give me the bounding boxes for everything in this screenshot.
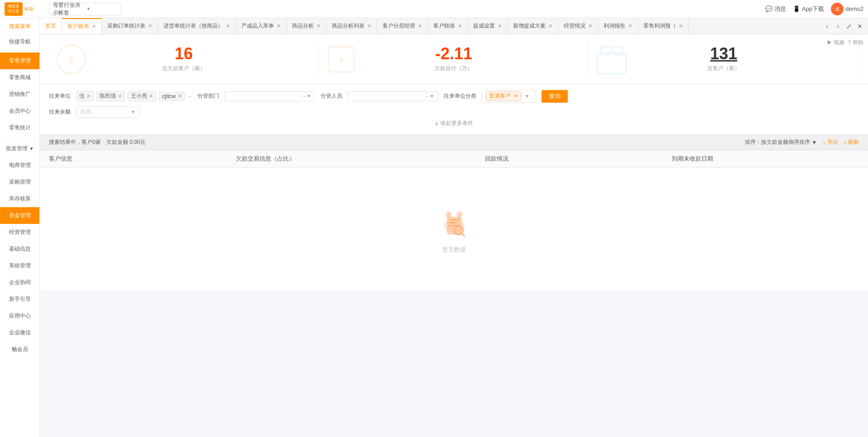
tab-close-ops[interactable]: ✕	[588, 23, 592, 29]
category-tag-close[interactable]: ✕	[513, 93, 518, 99]
sidebar-item-wholesale[interactable]: 批发管理 ▼	[0, 140, 39, 157]
tab-close-purchase-stats[interactable]: ✕	[148, 23, 152, 29]
tab-goods-analysis-list[interactable]: 商品分析列表 ✕	[326, 18, 377, 34]
user-avatar: d	[831, 3, 844, 15]
collapse-filters-button[interactable]: ∧ 收起更多条件	[49, 118, 859, 129]
sidebar-item-guide[interactable]: 新手引导	[0, 291, 39, 308]
unit-tag-more[interactable]: ···	[187, 93, 192, 100]
tab-new-commission[interactable]: 新增提成方案 ✕	[508, 18, 558, 34]
tab-close-profit[interactable]: ✕	[628, 23, 632, 29]
tab-profit-report[interactable]: 利润报告 ✕	[598, 18, 638, 34]
tab-close-customer-ledger[interactable]: ✕	[92, 24, 96, 29]
tab-close-goods-inbound[interactable]: ✕	[226, 23, 230, 29]
table-header: 客户信息 欠款交易信息（占比） 回款情况 到期未收款日期	[40, 150, 868, 168]
sidebar-item-member[interactable]: 畅会员	[0, 341, 39, 358]
sidebar-search[interactable]: 搜索菜单	[0, 18, 39, 35]
unit-tag-wu-close[interactable]: ✕	[86, 93, 91, 99]
sidebar-item-retail-stats[interactable]: 零售统计	[0, 119, 39, 136]
sort-selector[interactable]: 排序：按欠款金额倒序排序 ▼	[745, 138, 817, 146]
sidebar-item-membership[interactable]: 会员中心	[0, 103, 39, 119]
tab-retail-profit[interactable]: 零售利润预（ ✕	[638, 18, 689, 34]
tab-close-commission[interactable]: ✕	[498, 23, 502, 29]
tab-expand-button[interactable]: ⤢	[844, 22, 854, 31]
tab-close-all-button[interactable]: ✕	[855, 22, 864, 31]
workspace-name: 母婴行业演示帐套	[53, 1, 84, 17]
svg-line-13	[461, 233, 464, 236]
collapse-icon: ∧	[435, 120, 439, 127]
sidebar-item-app-center[interactable]: 应用中心	[0, 308, 39, 324]
tab-close-new-commission[interactable]: ✕	[548, 23, 552, 29]
person-more-icon: ···	[425, 93, 430, 100]
message-button[interactable]: 💬 消息	[765, 5, 786, 13]
unit-tag-wu: 伍 ✕	[76, 91, 94, 101]
tab-close-contact[interactable]: ✕	[458, 23, 462, 29]
app-download-button[interactable]: 📱 App下载	[793, 5, 824, 13]
col-header-debt: 欠款交易信息（占比）	[236, 155, 485, 163]
unit-tag-cjttcw-close[interactable]: ✕	[177, 93, 182, 99]
sidebar-item-retail-mall[interactable]: 零售商城	[0, 69, 39, 86]
tab-close-goods-list[interactable]: ✕	[367, 23, 371, 29]
tab-close-retail-profit[interactable]: ✕	[679, 23, 683, 29]
video-help-button[interactable]: ▶ 视频	[827, 39, 844, 47]
workspace-chevron-icon: ▼	[86, 6, 118, 11]
tab-goods-inbound[interactable]: 进货单统计表（按商品） ✕	[158, 18, 236, 34]
dept-selector[interactable]: ··· ▼	[225, 91, 315, 101]
sidebar-item-marketing[interactable]: 营销推广	[0, 86, 39, 103]
tab-production-inbound[interactable]: 产成品入库单 ✕	[236, 18, 287, 34]
results-bar: 搜索结果中，客户0家 欠款金额 0.00元 排序：按欠款金额倒序排序 ▼ ○ 导…	[40, 135, 868, 150]
sidebar-item-operations[interactable]: 经营管理	[0, 224, 39, 241]
stat-label-1: 总欠款客户（家）	[162, 65, 206, 72]
app-logo: 畅捷通好生意	[5, 2, 23, 16]
tab-customer-contact[interactable]: 客户联络 ✕	[428, 18, 468, 34]
filter-area: 往来单位 伍 ✕ 陈民强 ✕ 王小亮	[40, 84, 868, 135]
stat-value-2: -2.11	[435, 46, 472, 62]
help-button[interactable]: ? 帮助	[848, 39, 863, 47]
empty-state: 暂无数据	[40, 168, 868, 290]
tab-commission-settings[interactable]: 提成设置 ✕	[468, 18, 508, 34]
unit-tag-chen-close[interactable]: ✕	[118, 93, 122, 99]
query-button[interactable]: 查询	[542, 90, 568, 103]
unit-tag-wang-close[interactable]: ✕	[149, 93, 153, 99]
category-chevron-icon: ▼	[525, 94, 529, 99]
user-avatar-area[interactable]: d demo2	[831, 3, 863, 15]
person-selector[interactable]: ··· ▼	[348, 91, 438, 101]
empty-icon	[436, 204, 472, 240]
tab-nav-buttons: ‹ › ⤢ ✕	[819, 22, 868, 31]
sidebar-item-finance[interactable]: 资金管理	[0, 207, 39, 224]
tab-close-production[interactable]: ✕	[277, 23, 281, 29]
person-chevron-icon: ▼	[430, 94, 434, 99]
sidebar-item-retail-management[interactable]: 零售管理	[0, 52, 39, 69]
workspace-selector[interactable]: 母婴行业演示帐套 ▼	[49, 3, 121, 15]
sidebar-item-purchase[interactable]: 采购管理	[0, 174, 39, 190]
refresh-button[interactable]: ○ 刷新	[844, 138, 859, 146]
sidebar-item-wechat[interactable]: 企业微信	[0, 324, 39, 341]
balance-selector[interactable]: 选择... ▼	[76, 106, 139, 118]
sidebar-quick-nav[interactable]: 快捷导航	[0, 35, 39, 48]
tab-purchase-stats[interactable]: 采购订单统计表 ✕	[102, 18, 158, 34]
sidebar-item-enterprise[interactable]: 企业协同	[0, 274, 39, 291]
svg-rect-9	[449, 219, 460, 220]
sidebar-item-inventory[interactable]: 库存核算	[0, 190, 39, 207]
tab-next-button[interactable]: ›	[834, 22, 843, 31]
category-tag: 普通客户 ✕	[486, 91, 521, 101]
tab-operations[interactable]: 经营情况 ✕	[558, 18, 598, 34]
tab-close-customer-tier[interactable]: ✕	[418, 23, 422, 29]
category-selector[interactable]: 普通客户 ✕ ▼	[482, 90, 536, 103]
sidebar-item-ecommerce[interactable]: 电商管理	[0, 157, 39, 174]
tab-home[interactable]: 首页	[40, 18, 62, 34]
balance-chevron-icon: ▼	[131, 109, 135, 114]
tab-goods-analysis[interactable]: 商品分析 ✕	[287, 18, 326, 34]
tab-close-goods-analysis[interactable]: ✕	[317, 23, 321, 29]
category-filter-label: 往来单位分类	[444, 92, 476, 100]
export-button[interactable]: ○ 导出	[823, 138, 838, 146]
svg-text:✦: ✦	[337, 54, 346, 66]
tab-customer-tier[interactable]: 客户分层经营 ✕	[377, 18, 428, 34]
unit-filter-tags: 伍 ✕ 陈民强 ✕ 王小亮 ✕	[76, 91, 192, 101]
export-icon: ○	[823, 139, 826, 146]
tab-customer-ledger[interactable]: 客户账本 ✕	[62, 18, 102, 34]
sidebar-item-system[interactable]: 系统管理	[0, 257, 39, 274]
svg-rect-10	[449, 222, 457, 223]
tab-prev-button[interactable]: ‹	[823, 22, 832, 31]
results-actions: 排序：按欠款金额倒序排序 ▼ ○ 导出 ○ 刷新	[745, 138, 859, 146]
sidebar-item-basic-info[interactable]: 基础信息	[0, 241, 39, 257]
